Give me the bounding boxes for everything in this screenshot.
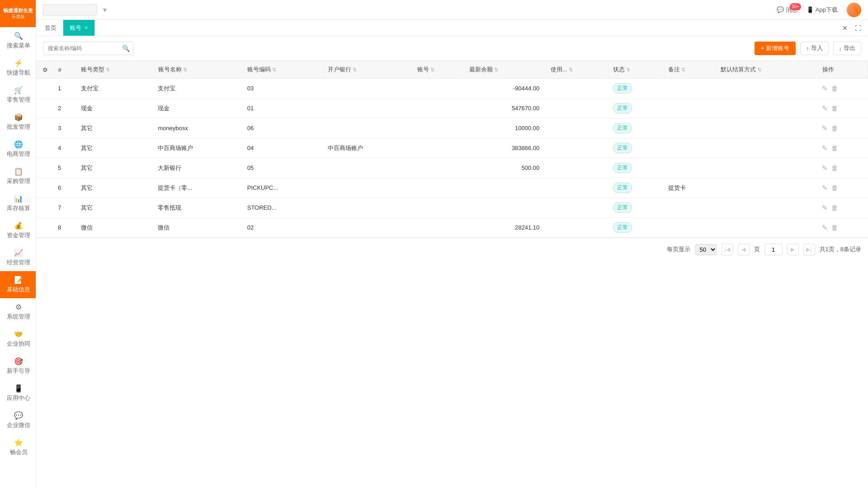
top-search-input[interactable] — [43, 4, 97, 16]
col-settings[interactable]: ⚙ — [36, 61, 54, 79]
page-last-btn[interactable]: ▶| — [803, 244, 815, 255]
cell-code: 06 — [244, 118, 324, 138]
sort-remark-icon: ⇅ — [681, 67, 685, 73]
settings-icon: ⚙ — [42, 66, 48, 73]
sidebar-item-label: 企业微信 — [7, 421, 30, 429]
page-first-btn[interactable]: |◀ — [722, 244, 733, 255]
sidebar-item-label: 经营管理 — [7, 258, 30, 267]
sidebar: 畅捷通财生意 乐透版 🔍 搜索菜单 ⚡ 快捷导航 🛒 零售管理 📦 批发管理 🌐… — [0, 0, 36, 488]
sidebar-item-enterprise[interactable]: 🤝 企业协同 — [0, 325, 36, 352]
edit-button[interactable]: ✎ — [822, 164, 828, 172]
delete-button[interactable]: 🗑 — [831, 104, 838, 113]
page-prev-btn[interactable]: ◀ — [738, 244, 750, 255]
sidebar-item-retail[interactable]: 🛒 零售管理 — [0, 81, 36, 108]
col-status[interactable]: 状态 ⇅ — [609, 61, 665, 79]
sidebar-item-enterprise-wx[interactable]: 💬 企业微信 — [0, 407, 36, 434]
delete-button[interactable]: 🗑 — [831, 224, 838, 232]
sidebar-item-newbie[interactable]: 🎯 新手引导 — [0, 352, 36, 380]
sidebar-item-system[interactable]: ⚙ 系统管理 — [0, 298, 36, 325]
sidebar-item-label: 电商管理 — [7, 150, 30, 158]
cell-action: ✎ 🗑 — [818, 79, 868, 99]
cell-bank: 中百商场账户 — [324, 138, 414, 158]
col-type[interactable]: 账号类型 ⇅ — [77, 61, 154, 79]
col-bank[interactable]: 开户银行 ⇅ — [324, 61, 414, 79]
sidebar-item-ecommerce[interactable]: 🌐 电商管理 — [0, 136, 36, 163]
cell-usage — [547, 99, 609, 118]
sidebar-item-inventory[interactable]: 📊 库存核算 — [0, 190, 36, 217]
sidebar-item-basic[interactable]: 📝 基础信息 — [0, 271, 36, 298]
edit-button[interactable]: ✎ — [822, 104, 828, 113]
col-balance[interactable]: 最新余额 ⇅ — [466, 61, 547, 79]
page-next-btn[interactable]: ▶ — [787, 244, 799, 255]
edit-button[interactable]: ✎ — [822, 224, 828, 232]
cell-balance — [466, 178, 547, 198]
sidebar-item-wholesale[interactable]: 📦 批发管理 — [0, 108, 36, 136]
sort-usage-icon: ⇅ — [569, 67, 573, 73]
cell-name: 提货卡（零... — [154, 178, 244, 198]
search-submit-icon[interactable]: 🔍 — [122, 45, 130, 52]
delete-button[interactable]: 🗑 — [831, 144, 838, 152]
sidebar-item-label: 畅会员 — [10, 448, 28, 456]
sidebar-item-vip[interactable]: ⭐ 畅会员 — [0, 434, 36, 461]
cell-usage — [547, 178, 609, 198]
tab-close-icon[interactable]: ✕ — [84, 25, 88, 31]
delete-button[interactable]: 🗑 — [831, 124, 838, 132]
col-name[interactable]: 账号名称 ⇅ — [154, 61, 244, 79]
tab-home[interactable]: 首页 — [38, 20, 63, 36]
cell-code: 05 — [244, 158, 324, 178]
delete-button[interactable]: 🗑 — [831, 184, 838, 192]
sidebar-item-quick[interactable]: ⚡ 快捷导航 — [0, 54, 36, 81]
app-download-button[interactable]: 📱 App下载 — [807, 6, 838, 14]
cell-name: 支付宝 — [154, 79, 244, 99]
delete-button[interactable]: 🗑 — [831, 204, 838, 212]
col-settlement[interactable]: 默认结算方式 ⇅ — [717, 61, 818, 79]
tab-account[interactable]: 账号 ✕ — [63, 20, 95, 36]
purchase-icon: 📋 — [14, 167, 23, 176]
table-row: 3 其它 moneybosx 06 10000.00 正常 ✎ 🗑 — [36, 118, 868, 138]
inventory-icon: 📊 — [14, 194, 23, 203]
sidebar-item-app-center[interactable]: 📱 应用中心 — [0, 380, 36, 407]
per-page-label: 每页显示 — [667, 245, 690, 253]
status-badge: 正常 — [613, 202, 632, 213]
sort-settlement-icon: ⇅ — [757, 67, 761, 73]
cell-num: 4 — [54, 138, 77, 158]
cell-bank — [324, 118, 414, 138]
sidebar-item-label: 应用中心 — [7, 394, 30, 402]
cell-name: moneybosx — [154, 118, 244, 138]
edit-button[interactable]: ✎ — [822, 124, 828, 132]
cell-account — [413, 158, 466, 178]
col-account[interactable]: 账号 ⇅ — [413, 61, 466, 79]
delete-button[interactable]: 🗑 — [831, 84, 838, 93]
import-button[interactable]: ↑ 导入 — [800, 42, 829, 55]
col-remark[interactable]: 备注 ⇅ — [665, 61, 717, 79]
search-input[interactable] — [43, 42, 133, 55]
export-icon: ↓ — [839, 45, 842, 52]
cell-balance: 10000.00 — [466, 118, 547, 138]
edit-button[interactable]: ✎ — [822, 184, 828, 192]
per-page-select[interactable]: 50 — [695, 244, 717, 255]
col-usage[interactable]: 使用... ⇅ — [547, 61, 609, 79]
sidebar-item-operation[interactable]: 📈 经营管理 — [0, 244, 36, 271]
edit-button[interactable]: ✎ — [822, 204, 828, 212]
message-button[interactable]: 💬 消息 99+ — [777, 6, 797, 14]
sidebar-item-purchase[interactable]: 📋 采购管理 — [0, 163, 36, 190]
sidebar-item-search[interactable]: 🔍 搜索菜单 — [0, 27, 36, 54]
export-button[interactable]: ↓ 导出 — [833, 42, 862, 55]
edit-button[interactable]: ✎ — [822, 84, 828, 93]
sidebar-item-finance[interactable]: 💰 资金管理 — [0, 217, 36, 244]
delete-button[interactable]: 🗑 — [831, 164, 838, 172]
user-avatar[interactable] — [847, 3, 861, 17]
page-number-input[interactable] — [764, 244, 783, 255]
edit-button[interactable]: ✎ — [822, 144, 828, 152]
cell-code: 02 — [244, 218, 324, 238]
status-badge: 正常 — [613, 103, 632, 113]
tab-close-page-btn[interactable]: ✕ — [840, 23, 850, 33]
logo-line1: 畅捷通财生意 — [3, 7, 33, 14]
col-code[interactable]: 账号编码 ⇅ — [244, 61, 324, 79]
sidebar-item-label: 批发管理 — [7, 123, 30, 131]
tab-fullscreen-btn[interactable]: ⛶ — [853, 23, 863, 33]
header-dropdown-icon[interactable]: ▼ — [102, 6, 108, 14]
add-account-button[interactable]: + 新增账号 — [755, 42, 796, 55]
cell-balance: 28241.10 — [466, 218, 547, 238]
cell-settlement — [717, 178, 818, 198]
